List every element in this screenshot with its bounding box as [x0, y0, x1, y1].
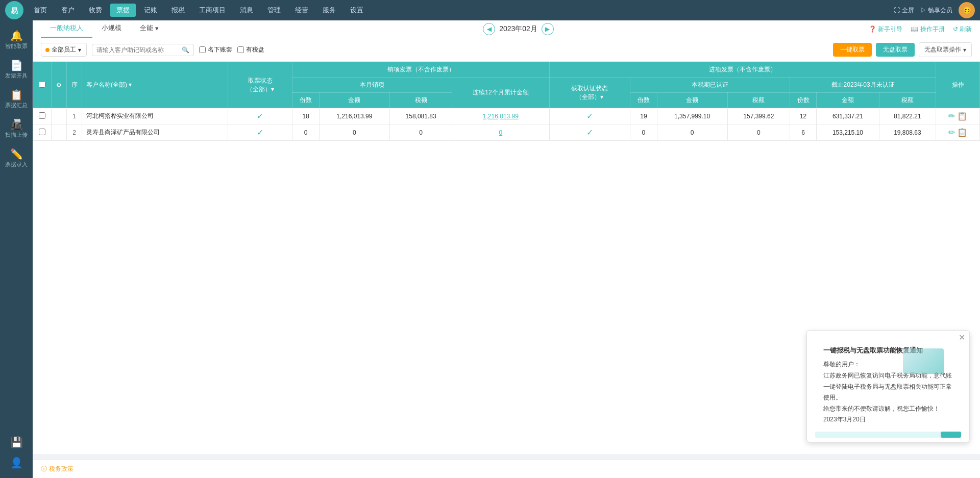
nav-home[interactable]: 首页	[28, 4, 53, 17]
employee-label: 全部员工	[52, 45, 76, 54]
notification-close-btn[interactable]: ✕	[959, 333, 965, 342]
th-fetch-status[interactable]: 取票状态（全部）▾	[228, 62, 292, 108]
invoice-entry-icon: ✏️	[10, 149, 23, 159]
tab-general-taxpayer[interactable]: 一般纳税人	[41, 20, 92, 38]
search-input[interactable]	[96, 46, 180, 54]
manual-btn[interactable]: 📖 操作手册	[911, 25, 944, 34]
no-disk-dropdown-icon: ▾	[963, 46, 966, 54]
nav-business[interactable]: 工商项目	[193, 4, 232, 17]
check-account-checkbox[interactable]	[199, 46, 206, 53]
row1-company[interactable]: 河北柯搭桦实业有限公司	[82, 108, 228, 124]
row1-fetch-status: ✓	[228, 108, 292, 124]
row1-consecutive-12[interactable]: 1,216,013.99	[452, 108, 549, 124]
sidebar-item-invoice-open[interactable]: 📄 发票开具	[2, 56, 31, 84]
row2-purchase-current-tax: 0	[727, 124, 790, 141]
nav-bookkeeping[interactable]: 记账	[138, 4, 163, 17]
tax-policy-btn[interactable]: ⓘ 税务政策	[41, 465, 74, 473]
row2-purchase-uncert-amount: 153,215.10	[817, 124, 879, 141]
row2-fetch-status: ✓	[228, 124, 292, 141]
row1-checkbox[interactable]	[33, 108, 52, 124]
sidebar-item-invoice-summary[interactable]: 📋 票据汇总	[2, 86, 31, 113]
row2-company[interactable]: 灵寿县尚泽矿产品有限公司	[82, 124, 228, 141]
row1-actions: ✏ 📋	[936, 108, 980, 124]
nav-settings[interactable]: 设置	[344, 4, 370, 17]
th-consecutive-12: 连续12个月累计金额	[452, 78, 549, 108]
has-tax-disk-checkbox[interactable]	[237, 46, 244, 53]
row2-purchase-uncert-tax: 19,808.63	[879, 124, 936, 141]
row2-edit-icon[interactable]: ✏	[948, 128, 955, 137]
user-icon: 👤	[10, 458, 23, 468]
new-guide-btn[interactable]: ❓ 新手引导	[869, 25, 902, 34]
select-all-checkbox[interactable]	[39, 81, 45, 88]
tab-all[interactable]: 全能 ▾	[131, 20, 168, 38]
th-purchase-uncert-tax: 税额	[879, 93, 936, 108]
check-account-label[interactable]: 名下账套	[199, 45, 232, 54]
nav-invoice[interactable]: 票据	[110, 4, 136, 17]
notification-content: 江苏政务网已恢复访问电子税务局功能，意代账一键登陆电子税务局与无盘取票相关功能可…	[823, 370, 953, 404]
th-settings[interactable]: ⚙	[52, 62, 67, 108]
row1-select[interactable]	[39, 112, 45, 119]
no-disk-ops-btn[interactable]: 无盘取票操作 ▾	[919, 42, 972, 57]
refresh-icon: ↺	[953, 26, 958, 33]
sidebar: 🔔 智能取票 📄 发票开具 📋 票据汇总 📠 扫描上传 ✏️ 票据录入 💾 👤	[0, 20, 33, 478]
row2-actions: ✏ 📋	[936, 124, 980, 141]
prev-month-btn[interactable]: ◀	[483, 23, 495, 35]
nav-manage[interactable]: 管理	[261, 4, 287, 17]
notification-header: ✕	[807, 331, 969, 344]
guide-icon: ❓	[869, 26, 876, 33]
has-tax-disk-label[interactable]: 有税盘	[237, 45, 264, 54]
row2-purchase-current-shares: 0	[630, 124, 657, 141]
th-purchase-uncert-shares: 份数	[790, 93, 816, 108]
row1-edit-icon[interactable]: ✏	[948, 111, 955, 121]
refresh-btn[interactable]: ↺ 刷新	[953, 25, 972, 34]
sidebar-user[interactable]: 👤	[2, 454, 31, 472]
tab-small-scale[interactable]: 小规模	[92, 20, 131, 38]
one-click-fetch-btn[interactable]: 一键取票	[833, 43, 872, 57]
row2-fetch-check-icon: ✓	[257, 128, 263, 137]
row2-consecutive-12[interactable]: 0	[452, 124, 549, 141]
table-header-group: ⚙ 序 客户名称(全部) ▾ 取票状态（全部）▾ 销项发票（不含作废票） 进项发…	[33, 62, 980, 78]
nav-menu: 首页 客户 收费 票据 记账 报税 工商项目 消息 管理 经营 服务 设置	[28, 4, 894, 17]
sidebar-item-scan-upload[interactable]: 📠 扫描上传	[2, 115, 31, 143]
date-nav: ◀ 2023年02月 ▶	[483, 23, 554, 35]
notification-apology: 给您带来的不便敬请谅解，祝您工作愉快！	[823, 404, 953, 415]
row1-settings	[52, 108, 67, 124]
row2-select[interactable]	[39, 129, 45, 135]
nav-tax[interactable]: 报税	[165, 4, 191, 17]
search-box: 🔍	[92, 44, 194, 56]
member-btn[interactable]: ▷ 畅享会员	[920, 6, 952, 15]
nav-fee[interactable]: 收费	[83, 4, 108, 17]
download-icon: 💾	[10, 437, 23, 447]
nav-service[interactable]: 服务	[316, 4, 342, 17]
row2-purchase-uncert-shares: 6	[790, 124, 816, 141]
next-month-btn[interactable]: ▶	[542, 23, 554, 35]
row2-sales-amount: 0	[319, 124, 389, 141]
row1-view-icon[interactable]: 📋	[957, 111, 967, 121]
row2-purchase-current-amount: 0	[657, 124, 727, 141]
controls-right: 一键取票 无盘取票 无盘取票操作 ▾	[833, 42, 972, 57]
user-avatar[interactable]: 😊	[959, 2, 975, 18]
th-purchase-fetch-status[interactable]: 获取认证状态（全部）▾	[549, 78, 630, 108]
no-disk-fetch-btn[interactable]: 无盘取票	[876, 43, 915, 57]
sidebar-item-smart-fetch[interactable]: 🔔 智能取票	[2, 27, 31, 54]
tab-header-area: 一般纳税人 小规模 全能 ▾ ◀ 2023年02月 ▶ ❓ 新手引导 📖 操作手…	[33, 20, 980, 38]
th-company[interactable]: 客户名称(全部) ▾	[82, 62, 228, 108]
nav-operations[interactable]: 经营	[289, 4, 314, 17]
app-logo[interactable]: 易	[5, 1, 23, 19]
nav-customer[interactable]: 客户	[55, 4, 81, 17]
sidebar-download[interactable]: 💾	[2, 433, 31, 451]
th-sales-invoice-group: 销项发票（不含作废票）	[292, 62, 549, 78]
row1-purchase-fetch-status: ✓	[549, 108, 630, 124]
row1-fetch-check-icon: ✓	[257, 112, 263, 120]
sidebar-item-invoice-open-label: 发票开具	[5, 72, 28, 80]
row1-purchase-uncert-tax: 81,822.21	[879, 108, 936, 124]
fullscreen-btn[interactable]: ⛶ 全屏	[894, 6, 914, 15]
search-icon[interactable]: 🔍	[182, 46, 189, 54]
nav-message[interactable]: 消息	[234, 4, 259, 17]
row2-view-icon[interactable]: 📋	[957, 128, 967, 137]
row2-checkbox[interactable]	[33, 124, 52, 141]
sidebar-item-invoice-entry[interactable]: ✏️ 票据录入	[2, 145, 31, 172]
employee-select[interactable]: 全部员工 ▾	[41, 43, 87, 57]
notification-scrollbar[interactable]	[941, 432, 961, 438]
th-operations: 操作	[936, 62, 980, 108]
